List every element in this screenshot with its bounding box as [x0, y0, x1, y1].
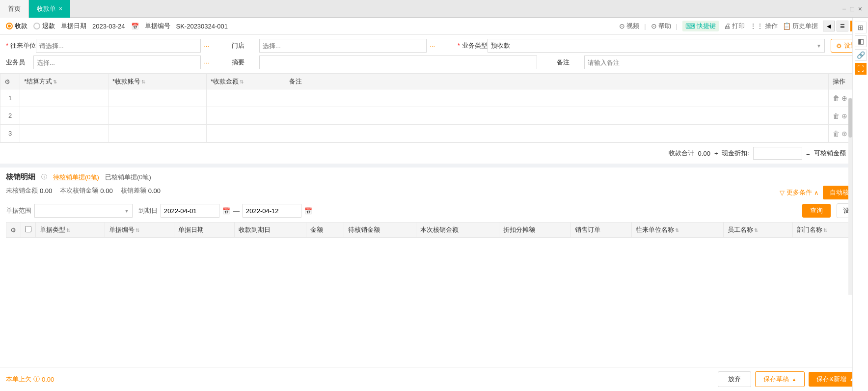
remark-input[interactable] [584, 56, 862, 69]
gear-th[interactable]: ⚙ [0, 74, 20, 89]
row2-copy-icon[interactable]: ⊕ [841, 112, 847, 120]
minimize-button[interactable]: − [842, 5, 846, 13]
toolbar: 收款 退款 单据日期 2023-03-24 📅 单据编号 SK-20230324… [0, 18, 868, 35]
dept-sort-icon[interactable]: ⇅ [823, 227, 827, 233]
save-draft-button[interactable]: 保存草稿 ▲ [755, 371, 805, 387]
scrollbar-thumb[interactable] [848, 98, 852, 138]
prev-view-btn[interactable]: ◀ [823, 21, 835, 31]
current-stat: 本次核销金额 0.00 [60, 186, 112, 195]
number-sort-icon[interactable]: ⇅ [136, 227, 139, 233]
counterpart-label: 往来单位 [6, 41, 36, 50]
list-view-btn[interactable]: ☰ [837, 21, 848, 31]
row2-account[interactable] [108, 107, 207, 125]
print-btn[interactable]: 🖨 打印 [724, 22, 745, 30]
row1-delete-icon[interactable]: 🗑 [833, 94, 840, 102]
row2-settlement[interactable] [20, 107, 108, 125]
help-btn[interactable]: ⊙ 帮助 [651, 22, 671, 30]
row2-remark[interactable] [285, 107, 829, 125]
tab-home[interactable]: 首页 [0, 0, 29, 18]
sidebar-link-icon[interactable]: 🔗 [855, 49, 867, 61]
tab-active-label: 收款单 [37, 0, 56, 18]
settlement-col-label: *结算方式 [24, 77, 52, 86]
row1-account[interactable] [108, 89, 207, 107]
tab-close-icon[interactable]: × [59, 0, 62, 18]
number-value: SK-20230324-001 [176, 23, 228, 30]
row1-remark[interactable] [285, 89, 829, 107]
row-num-1: 1 [0, 89, 20, 107]
sidebar-table-icon[interactable]: ⊞ [855, 22, 867, 33]
query-button[interactable]: 查询 [802, 204, 831, 218]
plus-sign: + [714, 150, 718, 157]
diff-stat: 核销差额 0.00 [121, 186, 161, 195]
date-from-input[interactable] [161, 204, 219, 218]
table-gear-icon[interactable]: ⚙ [4, 78, 10, 85]
shortcut-btn[interactable]: ⌨ 快捷键 [682, 21, 719, 31]
date-from-icon[interactable]: 📅 [222, 207, 230, 215]
sub-checkbox-th[interactable] [21, 223, 36, 238]
last-info-icon[interactable]: ⓘ [33, 375, 40, 384]
video-icon: ⊙ [619, 22, 625, 30]
row1-amount[interactable] [207, 89, 285, 107]
shortcut-label: 快捷键 [697, 22, 716, 30]
date-to-icon[interactable]: 📅 [304, 207, 312, 215]
summary-input[interactable] [259, 56, 537, 69]
row3-amount[interactable] [207, 125, 285, 142]
sidebar-panel-icon[interactable]: ◧ [855, 35, 867, 47]
amount-sort-icon[interactable]: ⇅ [240, 79, 244, 84]
row3-delete-icon[interactable]: 🗑 [833, 130, 840, 138]
date-icon[interactable]: 📅 [131, 23, 139, 30]
row3-account[interactable] [108, 125, 207, 142]
row3-remark[interactable] [285, 125, 829, 142]
account-sort-icon[interactable]: ⇅ [141, 79, 145, 84]
settlement-sort-icon[interactable]: ⇅ [53, 79, 57, 84]
business-type-select[interactable]: 预收款 ▼ [488, 39, 825, 53]
save-draft-arrow-icon: ▲ [792, 377, 797, 382]
select-all-checkbox[interactable] [25, 226, 31, 232]
counterpart-input[interactable] [36, 39, 201, 53]
shop-label: 门店 [232, 41, 259, 50]
sub-gear-th[interactable]: ⚙ [6, 223, 21, 238]
row3-copy-icon[interactable]: ⊕ [841, 130, 847, 138]
settlement-th: *结算方式 ⇅ [20, 74, 108, 89]
maximize-button[interactable]: □ [850, 5, 854, 13]
refund-radio[interactable]: 退款 [33, 22, 55, 30]
sub-table-gear-icon[interactable]: ⚙ [10, 226, 16, 234]
history-btn[interactable]: 📋 历史单据 [783, 22, 818, 30]
staff-sort-icon[interactable]: ⇅ [754, 227, 758, 233]
operation-btn[interactable]: ⋮⋮ 操作 [750, 22, 778, 30]
discount-input[interactable] [753, 147, 802, 160]
form-row-2: 业务员 ··· 摘要 备注 [6, 56, 862, 69]
main-table: ⚙ *结算方式 ⇅ *收款账号 ⇅ [0, 74, 868, 142]
type-sort-icon[interactable]: ⇅ [66, 227, 70, 233]
close-button[interactable]: × [858, 5, 862, 13]
row1-settlement[interactable] [20, 89, 108, 107]
counterpart-sort-icon[interactable]: ⇅ [675, 227, 679, 233]
range-dropdown-icon: ▼ [124, 208, 129, 214]
staff-more-icon[interactable]: ··· [201, 59, 212, 66]
staff-input[interactable] [33, 56, 201, 69]
sidebar-expand-icon[interactable]: ⛶ [855, 63, 867, 75]
abandon-button[interactable]: 放弃 [718, 371, 751, 387]
row3-settlement[interactable] [20, 125, 108, 142]
shop-input[interactable] [259, 39, 427, 53]
range-select[interactable]: ▼ [34, 204, 133, 218]
done-tab[interactable]: 已核销单据(0笔) [105, 173, 151, 182]
scrollbar-track [848, 98, 852, 295]
table-row: 2 🗑 ⊕ [0, 107, 868, 125]
save-new-label: 保存&新增 [816, 375, 846, 384]
verify-info-icon[interactable]: ⓘ [41, 173, 47, 181]
tab-active[interactable]: 收款单 × [29, 0, 70, 18]
row2-amount[interactable] [207, 107, 285, 125]
date-th: 单据日期 [174, 223, 234, 238]
date-to-input[interactable] [243, 204, 301, 218]
more-conditions-btn[interactable]: ▽ 更多条件 ∧ [780, 188, 819, 197]
video-btn[interactable]: ⊙ 视频 [619, 22, 639, 30]
pending-tab[interactable]: 待核销单据(0笔) [53, 173, 99, 182]
table-section: ⚙ *结算方式 ⇅ *收款账号 ⇅ [0, 74, 868, 142]
shop-more-icon[interactable]: ··· [427, 42, 438, 50]
date-col-label: 单据日期 [178, 226, 204, 233]
counterpart-more-icon[interactable]: ··· [201, 42, 212, 50]
row1-copy-icon[interactable]: ⊕ [841, 94, 847, 102]
receipt-radio[interactable]: 收款 [6, 22, 27, 30]
row2-delete-icon[interactable]: 🗑 [833, 112, 840, 120]
